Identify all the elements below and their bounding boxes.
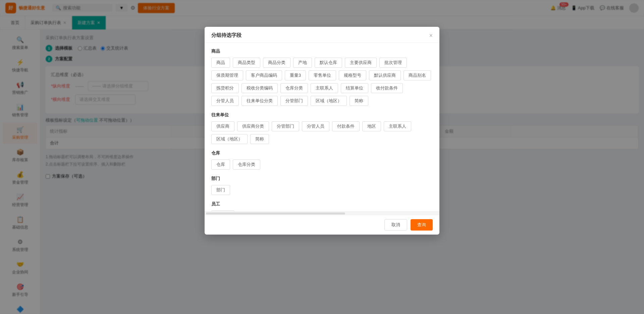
field-tag-3-0[interactable]: 部门: [211, 185, 230, 195]
field-tag-1-0[interactable]: 供应商: [211, 121, 234, 131]
field-tag-0-8[interactable]: 客户商品编码: [246, 70, 282, 80]
modal-scroll-bottom: [205, 211, 439, 215]
modal-title: 分组待选字段: [211, 32, 241, 39]
modal-footer: 取消 查询: [205, 215, 439, 235]
field-group-4: 员工业务员: [211, 201, 433, 211]
field-tag-1-3[interactable]: 分管人员: [302, 121, 329, 131]
modal-header: 分组待选字段 ×: [205, 27, 439, 43]
field-tag-1-7[interactable]: 区域（地区）: [211, 134, 248, 144]
field-tag-2-1[interactable]: 仓库分类: [233, 160, 260, 170]
field-group-title-2: 仓库: [211, 150, 433, 156]
field-tag-2-0[interactable]: 仓库: [211, 160, 230, 170]
modal-scroll-bar: [206, 212, 345, 214]
field-tag-0-22[interactable]: 分管部门: [280, 96, 308, 106]
field-group-0: 商品商品商品类型商品分类产地默认仓库主要供应商批次管理保质期管理客户商品编码重量…: [211, 48, 433, 106]
field-group-title-0: 商品: [211, 48, 433, 54]
field-group-3: 部门部门: [211, 176, 433, 195]
field-group-1: 往来单位供应商供应商分类分管部门分管人员付款条件地区主联系人区域（地区）简称: [211, 112, 433, 144]
field-tag-1-1[interactable]: 供应商分类: [237, 121, 269, 131]
field-tag-0-4[interactable]: 默认仓库: [315, 58, 342, 68]
field-tag-0-0[interactable]: 商品: [211, 58, 230, 68]
field-tag-0-5[interactable]: 主要供应商: [345, 58, 377, 68]
field-tag-1-6[interactable]: 主联系人: [384, 121, 411, 131]
field-tag-0-11[interactable]: 规格型号: [339, 70, 366, 80]
modal-body[interactable]: 商品商品商品类型商品分类产地默认仓库主要供应商批次管理保质期管理客户商品编码重量…: [205, 43, 439, 211]
field-tag-0-23[interactable]: 区域（地区）: [311, 96, 347, 106]
field-tags-2: 仓库仓库分类: [211, 160, 433, 170]
field-group-2: 仓库仓库仓库分类: [211, 150, 433, 170]
field-tag-0-18[interactable]: 结算单位: [341, 83, 368, 93]
field-tags-3: 部门: [211, 185, 433, 195]
field-tag-1-2[interactable]: 分管部门: [272, 121, 299, 131]
confirm-btn[interactable]: 查询: [411, 219, 433, 231]
field-tag-1-4[interactable]: 付款条件: [332, 121, 360, 131]
field-group-title-4: 员工: [211, 201, 433, 207]
field-tag-1-8[interactable]: 简称: [250, 134, 269, 144]
field-tag-0-16[interactable]: 仓库分类: [280, 83, 308, 93]
field-tag-0-20[interactable]: 分管人员: [211, 96, 239, 106]
field-tag-0-7[interactable]: 保质期管理: [211, 70, 243, 80]
field-tag-0-24[interactable]: 简称: [350, 96, 368, 106]
field-tag-0-10[interactable]: 零售单位: [309, 70, 336, 80]
modal-close-btn[interactable]: ×: [429, 33, 433, 39]
field-tag-0-21[interactable]: 往来单位分类: [241, 96, 278, 106]
field-tag-0-2[interactable]: 商品分类: [263, 58, 290, 68]
cancel-btn[interactable]: 取消: [384, 219, 407, 231]
field-tag-0-13[interactable]: 商品别名: [404, 70, 431, 80]
field-tag-0-6[interactable]: 批次管理: [379, 58, 407, 68]
field-tags-1: 供应商供应商分类分管部门分管人员付款条件地区主联系人区域（地区）简称: [211, 121, 433, 144]
field-tag-0-12[interactable]: 默认供应商: [369, 70, 401, 80]
field-tag-0-14[interactable]: 拣货积分: [211, 83, 239, 93]
field-tag-0-3[interactable]: 产地: [293, 58, 312, 68]
field-tag-0-19[interactable]: 收付款条件: [371, 83, 403, 93]
field-group-title-1: 往来单位: [211, 112, 433, 118]
field-tags-0: 商品商品类型商品分类产地默认仓库主要供应商批次管理保质期管理客户商品编码重量3零…: [211, 58, 433, 106]
field-tag-0-9[interactable]: 重量3: [285, 70, 306, 80]
field-tag-0-17[interactable]: 主联系人: [311, 83, 338, 93]
field-tag-1-5[interactable]: 地区: [362, 121, 381, 131]
field-select-modal: 分组待选字段 × 商品商品商品类型商品分类产地默认仓库主要供应商批次管理保质期管…: [205, 27, 439, 235]
field-group-title-3: 部门: [211, 176, 433, 182]
field-tag-0-1[interactable]: 商品类型: [233, 58, 260, 68]
field-tag-0-15[interactable]: 税收分类编码: [241, 83, 278, 93]
